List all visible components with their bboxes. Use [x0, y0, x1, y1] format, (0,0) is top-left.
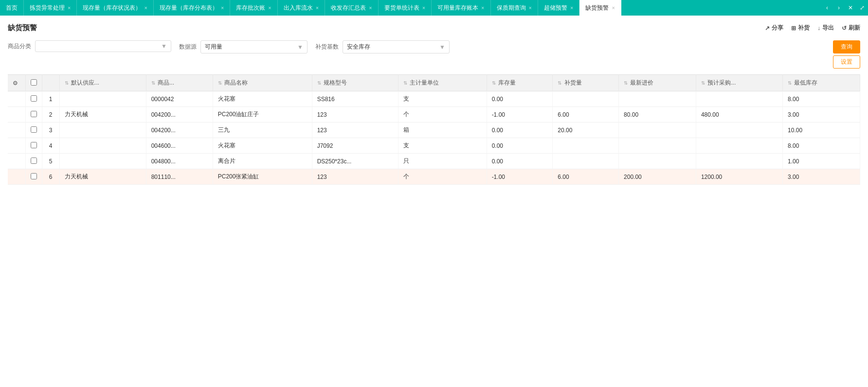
row-goods-name: 火花塞 — [213, 91, 312, 107]
tab-stock-dist-close[interactable]: × — [221, 5, 224, 11]
datasource-select[interactable]: 可用量 ▼ — [200, 40, 307, 53]
category-select[interactable]: ▼ — [35, 40, 171, 52]
tab-bar: 首页 拣货异常处理 × 现存量（库存状况表） × 现存量（库存分布表） × 库存… — [0, 0, 868, 16]
goods-name-column-header[interactable]: ⇅ 商品名称 — [213, 75, 312, 91]
tab-exception-close[interactable]: × — [68, 5, 71, 11]
row-num: 2 — [42, 107, 59, 123]
data-table: ⚙ ⇅ 默认供应... ⇅ 商品... ⇅ 商品名称 — [8, 74, 860, 185]
tab-shortage[interactable]: 缺货预警 × — [579, 0, 621, 16]
tab-available-ledger[interactable]: 可用量库存账本 × — [432, 0, 490, 16]
row-checkbox-cell[interactable] — [25, 154, 42, 169]
table-row: 6 力天机械 801110... PC200张紧油缸 123 个 -1.00 6… — [8, 169, 860, 185]
row-spec: SS816 — [312, 91, 398, 107]
row-checkbox[interactable] — [31, 173, 37, 179]
row-goods-code: 004200... — [146, 107, 213, 123]
table-row: 1 0000042 火花塞 SS816 支 0.00 8.00 — [8, 91, 860, 107]
row-goods-code: 004200... — [146, 123, 213, 138]
tab-expiry-query[interactable]: 保质期查询 × — [491, 0, 538, 16]
tab-expand-button[interactable]: ⤢ — [856, 4, 868, 11]
tab-shortage-close[interactable]: × — [612, 5, 615, 11]
tab-expiry-query-label: 保质期查询 — [497, 4, 526, 12]
tab-shortage-label: 缺货预警 — [585, 4, 609, 12]
tab-inout-flow-close[interactable]: × — [316, 5, 319, 11]
replenish-qty-column-header[interactable]: ⇅ 补货量 — [553, 75, 619, 91]
export-button[interactable]: ↓ 导出 — [817, 24, 834, 32]
row-checkbox-cell[interactable] — [25, 107, 42, 123]
export-icon: ↓ — [817, 25, 820, 32]
toolbar-right: ↗ 分享 ⊞ 补货 ↓ 导出 ↺ 刷新 — [765, 24, 860, 32]
replenish-button[interactable]: ⊞ 补货 — [791, 24, 810, 32]
tab-stock-status-close[interactable]: × — [144, 5, 147, 11]
row-supplier — [59, 123, 146, 138]
goods-code-column-header[interactable]: ⇅ 商品... — [146, 75, 213, 91]
stock-qty-column-header[interactable]: ⇅ 库存量 — [487, 75, 553, 91]
tab-receive-summary[interactable]: 收发存汇总表 × — [325, 0, 378, 16]
tab-stock-dist[interactable]: 现存量（库存分布表） × — [154, 0, 230, 16]
tab-expiry-query-close[interactable]: × — [529, 5, 532, 11]
unit-column-header[interactable]: ⇅ 主计量单位 — [398, 75, 487, 91]
row-checkbox-cell[interactable] — [25, 123, 42, 138]
num-column-header — [42, 75, 59, 91]
tab-close-all-button[interactable]: ✕ — [845, 4, 856, 11]
checkbox-column-header[interactable] — [25, 75, 42, 91]
row-checkbox[interactable] — [31, 126, 37, 133]
refresh-button[interactable]: ↺ 刷新 — [842, 24, 860, 32]
tab-batch-account[interactable]: 库存批次账 × — [230, 0, 277, 16]
row-supplier — [59, 91, 146, 107]
row-supplier — [59, 154, 146, 169]
tab-batch-account-close[interactable]: × — [268, 5, 271, 11]
row-checkbox-cell[interactable] — [25, 138, 42, 154]
gear-column-header[interactable]: ⚙ — [8, 75, 25, 91]
row-latest-price — [619, 123, 696, 138]
tab-inout-flow[interactable]: 出入库流水 × — [278, 0, 325, 16]
row-stock-qty: -1.00 — [487, 107, 553, 123]
share-label: 分享 — [772, 24, 783, 32]
tab-prev-button[interactable]: ‹ — [821, 4, 833, 11]
table-row: 3 004200... 三九 123 箱 0.00 20.00 10.00 — [8, 123, 860, 138]
row-min-stock: 1.00 — [783, 154, 860, 169]
spec-column-header[interactable]: ⇅ 规格型号 — [312, 75, 398, 91]
row-checkbox[interactable] — [31, 111, 37, 117]
tab-overstock[interactable]: 超储预警 × — [538, 0, 579, 16]
row-replenish-qty — [553, 154, 619, 169]
latest-price-column-header[interactable]: ⇅ 最新进价 — [619, 75, 696, 91]
row-goods-name: PC200张紧油缸 — [213, 169, 312, 185]
row-checkbox[interactable] — [31, 142, 37, 148]
tab-available-ledger-label: 可用量库存账本 — [437, 4, 478, 12]
row-checkbox[interactable] — [31, 158, 37, 164]
tab-order-stat-close[interactable]: × — [422, 5, 425, 11]
replenish-base-filter-label: 补货基数 — [315, 43, 339, 51]
share-button[interactable]: ↗ 分享 — [765, 24, 783, 32]
row-unit: 支 — [398, 91, 487, 107]
tab-order-stat[interactable]: 要货单统计表 × — [379, 0, 432, 16]
tab-overstock-close[interactable]: × — [570, 5, 573, 11]
row-spec: 123 — [312, 107, 398, 123]
row-num: 6 — [42, 169, 59, 185]
tab-home[interactable]: 首页 — [0, 0, 24, 16]
settings-button[interactable]: 设置 — [833, 55, 860, 69]
est-purchase-column-header[interactable]: ⇅ 预计采购... — [696, 75, 782, 91]
replenish-base-select[interactable]: 安全库存 ▼ — [343, 40, 450, 53]
query-button[interactable]: 查询 — [833, 40, 860, 53]
row-est-purchase — [696, 138, 782, 154]
row-stock-qty: 0.00 — [487, 91, 553, 107]
row-goods-name: PC200油缸庄子 — [213, 107, 312, 123]
tab-next-button[interactable]: › — [833, 4, 845, 11]
row-checkbox-cell[interactable] — [25, 91, 42, 107]
tab-stock-status[interactable]: 现存量（库存状况表） × — [77, 0, 153, 16]
tab-receive-summary-close[interactable]: × — [369, 5, 372, 11]
latest-price-column-label: 最新进价 — [630, 79, 653, 86]
select-all-checkbox[interactable] — [31, 79, 37, 86]
refresh-icon: ↺ — [842, 25, 847, 32]
tab-available-ledger-close[interactable]: × — [481, 5, 484, 11]
tab-stock-dist-label: 现存量（库存分布表） — [160, 4, 218, 12]
goods-name-sort-icon: ⇅ — [218, 80, 222, 86]
min-stock-column-header[interactable]: ⇅ 最低库存 — [783, 75, 860, 91]
row-checkbox[interactable] — [31, 95, 37, 102]
supplier-column-header[interactable]: ⇅ 默认供应... — [59, 75, 146, 91]
action-buttons: 查询 设置 — [833, 40, 860, 69]
tab-exception[interactable]: 拣货异常处理 × — [24, 0, 77, 16]
row-spec: J7092 — [312, 138, 398, 154]
row-unit: 支 — [398, 138, 487, 154]
row-checkbox-cell[interactable] — [25, 169, 42, 185]
